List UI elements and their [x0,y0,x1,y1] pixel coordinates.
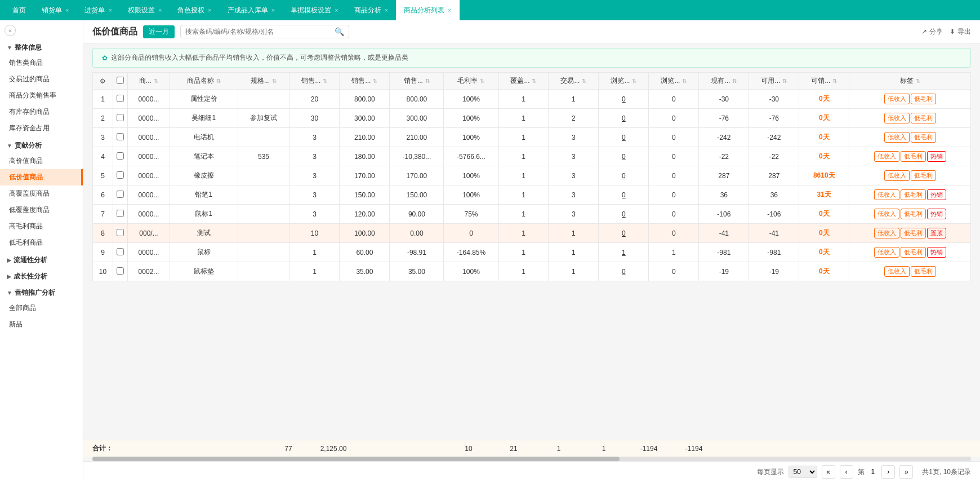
share-button[interactable]: ↗ 分享 [921,27,943,37]
row-checkbox[interactable] [117,133,124,140]
table-wrapper[interactable]: ⚙ 商...⇅ 商品名称⇅ 规格...⇅ [83,68,980,440]
browse-link[interactable]: 0 [622,268,626,276]
row-checkbox[interactable] [117,95,124,102]
row-name: 鼠标 [170,243,238,262]
th-sale1[interactable]: 销售...⇅ [340,73,390,90]
sidebar-item-low-margin[interactable]: 低毛利商品 [0,235,83,251]
th-settings[interactable]: ⚙ [93,73,113,90]
th-stock[interactable]: 现有...⇅ [699,73,749,90]
row-checkbox[interactable] [117,229,124,236]
collapse-sidebar-button[interactable]: « [5,25,16,36]
next-page-button[interactable]: › [881,465,895,479]
close-icon[interactable]: × [65,7,69,14]
nav-item-analysis[interactable]: 商品分析 × [346,0,396,20]
settings-icon[interactable]: ⚙ [100,77,106,85]
th-sale2[interactable]: 销售...⇅ [390,73,444,90]
th-name[interactable]: 商品名称⇅ [170,73,238,90]
row-checkbox[interactable] [117,114,124,121]
browse-link[interactable]: 0 [622,95,626,103]
sidebar-item-low-value[interactable]: 低价值商品 [0,169,83,185]
nav-item-sales[interactable]: 销货单 × [34,0,77,20]
close-icon[interactable]: × [335,7,338,14]
nav-item-role[interactable]: 角色授权 × [170,0,219,20]
browse-link[interactable]: 0 [622,172,626,180]
th-spec[interactable]: 规格...⇅ [238,73,289,90]
table-row: 10000...属性定价20800.00800.00100%1100-30-30… [93,90,971,109]
browse-link[interactable]: 0 [622,210,626,218]
last-page-button[interactable]: » [899,465,913,479]
th-avail[interactable]: 可用...⇅ [749,73,799,90]
nav-item-product-in[interactable]: 产成品入库单 × [220,0,283,20]
sidebar-item-all-goods[interactable]: 全部商品 [0,300,83,316]
row-code: 0000... [128,128,170,147]
row-checkbox[interactable] [117,267,124,275]
row-checkbox[interactable] [117,171,124,179]
close-icon[interactable]: × [108,7,112,14]
close-icon[interactable]: × [385,7,388,14]
sidebar-item-high-coverage[interactable]: 高覆盖度商品 [0,185,83,202]
sidebar-section-growth[interactable]: ▶ 成长性分析 [0,267,83,284]
nav-item-home[interactable]: 首页 [5,0,34,20]
export-button[interactable]: ⬇ 导出 [950,27,971,37]
browse-link[interactable]: 0 [622,229,626,237]
sidebar-item-traded-goods[interactable]: 交易过的商品 [0,71,83,87]
footer-cells: 77 2,125.00 10 21 1 1 -1194 -1194 [119,445,971,453]
th-gross[interactable]: 毛利率⇅ [444,73,498,90]
th-sale-days[interactable]: 可销...⇅ [799,73,849,90]
th-browse1[interactable]: 浏览...⇅ [599,73,649,90]
sidebar-item-new-goods[interactable]: 新品 [0,316,83,333]
close-icon[interactable]: × [208,7,211,14]
nav-item-analysis-list[interactable]: 商品分析列表 × [396,0,459,20]
row-checkbox[interactable] [117,210,124,217]
time-filter-button[interactable]: 近一月 [143,25,175,38]
row-sale2: 150.00 [390,185,444,205]
row-checkbox[interactable] [117,152,124,160]
browse-link[interactable]: 1 [622,249,626,257]
row-checkbox[interactable] [117,191,124,198]
sidebar-item-high-margin[interactable]: 高毛利商品 [0,218,83,235]
row-spec: 535 [238,147,289,166]
page-size-select[interactable]: 50 100 [789,466,817,478]
row-spec [238,243,289,262]
sidebar-item-sales-goods[interactable]: 销售类商品 [0,55,83,71]
sidebar-item-stock-goods[interactable]: 有库存的商品 [0,104,83,120]
browse-link[interactable]: 0 [622,134,626,141]
sidebar-section-liquidity[interactable]: ▶ 流通性分析 [0,251,83,267]
page-label: 第 [858,467,865,477]
sidebar-item-high-value[interactable]: 高价值商品 [0,153,83,169]
search-input[interactable] [185,28,335,36]
nav-item-permission[interactable]: 权限设置 × [120,0,170,20]
close-icon[interactable]: × [448,7,451,14]
sidebar-item-low-coverage[interactable]: 低覆盖度商品 [0,202,83,218]
sidebar-section-contribution[interactable]: ▼ 贡献分析 [0,136,83,153]
close-icon[interactable]: × [158,7,162,14]
th-cover[interactable]: 覆盖...⇅ [498,73,549,90]
row-stock: 36 [699,185,749,205]
nav-item-purchase[interactable]: 进货单 × [77,0,119,20]
search-icon[interactable]: 🔍 [335,27,344,36]
prev-page-button[interactable]: ‹ [840,465,853,479]
nav-item-template[interactable]: 单据模板设置 × [283,0,346,20]
sidebar-section-overall[interactable]: ▼ 整体信息 [0,38,83,55]
th-checkbox[interactable] [113,73,128,90]
sidebar-item-category-sales[interactable]: 商品分类销售率 [0,87,83,104]
th-browse2[interactable]: 浏览...⇅ [649,73,699,90]
browse-link[interactable]: 0 [622,153,626,161]
row-browse1: 0 [599,224,649,243]
sidebar-item-stock-funds[interactable]: 库存资金占用 [0,120,83,136]
first-page-button[interactable]: « [822,465,835,479]
row-avail: 287 [749,166,799,185]
th-code[interactable]: 商...⇅ [128,73,170,90]
row-browse1: 0 [599,147,649,166]
row-trade: 1 [549,224,599,243]
row-checkbox[interactable] [117,248,124,255]
th-trade[interactable]: 交易...⇅ [549,73,599,90]
browse-link[interactable]: 0 [622,191,626,199]
close-icon[interactable]: × [271,7,275,14]
th-tags[interactable]: 标签⇅ [849,73,971,90]
sidebar-section-marketing[interactable]: ▼ 营销推广分析 [0,284,83,300]
row-days: 0天 [799,128,849,147]
browse-link[interactable]: 0 [622,114,626,122]
th-qty[interactable]: 销售...⇅ [289,73,340,90]
select-all-checkbox[interactable] [117,77,124,84]
